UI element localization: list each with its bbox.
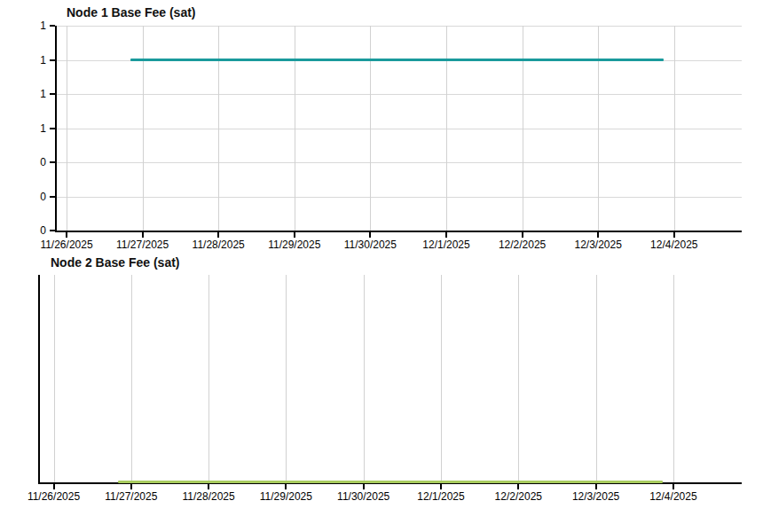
x-tick-mark [445,232,447,238]
y-tick-label: 1 [11,54,46,66]
y-tick-label: 0 [11,191,46,203]
x-gridline [674,26,675,231]
x-tick-mark [673,484,674,489]
x-tick-label: 11/30/2025 [330,239,410,251]
x-tick-label: 12/2/2025 [478,490,558,503]
x-tick-mark [517,484,519,489]
x-gridline [596,275,597,482]
x-gridline [295,26,295,231]
y-gridline [56,94,742,95]
charts-canvas: Node 1 Base Fee (sat) Node 2 Base Fee (s… [0,0,763,532]
y-gridline [56,162,742,163]
x-axis-line [55,231,742,232]
x-tick-label: 11/26/2025 [27,239,106,251]
x-tick-mark [217,232,219,238]
series-line-node2 [118,481,663,483]
x-tick-label: 12/4/2025 [633,490,713,503]
x-tick-label: 12/1/2025 [406,239,486,251]
x-tick-label: 11/27/2025 [91,490,171,503]
x-tick-mark [363,484,365,489]
x-gridline [286,275,287,482]
x-gridline [446,26,447,231]
x-tick-label: 12/2/2025 [483,239,562,251]
x-tick-mark [130,484,132,489]
x-tick-mark [673,232,675,238]
x-tick-mark [285,484,287,489]
x-gridline [208,275,209,482]
x-gridline [131,275,132,482]
y-tick-label: 1 [11,20,46,32]
x-tick-mark [440,484,442,489]
y-axis-line [55,26,57,232]
node1-chart-title: Node 1 Base Fee (sat) [67,5,196,20]
x-tick-label: 11/26/2025 [14,490,94,503]
x-gridline [143,26,144,231]
x-tick-mark [142,232,144,238]
x-tick-label: 12/1/2025 [401,490,481,503]
x-tick-mark [597,232,599,238]
x-tick-mark [369,232,371,238]
x-gridline [598,26,599,231]
y-tick-label: 1 [11,88,46,100]
x-tick-mark [208,484,209,489]
x-tick-mark [294,232,295,238]
x-gridline [523,26,523,231]
x-tick-label: 11/27/2025 [103,239,183,251]
x-gridline [54,275,55,482]
x-gridline [218,26,219,231]
node2-chart-title: Node 2 Base Fee (sat) [51,255,180,270]
x-tick-label: 11/30/2025 [324,490,404,503]
x-tick-mark [66,232,67,238]
x-tick-label: 12/3/2025 [556,490,636,503]
x-gridline [441,275,442,482]
x-tick-mark [53,484,55,489]
y-axis-line [38,275,40,484]
x-tick-label: 11/28/2025 [169,490,248,503]
x-tick-label: 12/4/2025 [634,239,714,251]
x-tick-mark [595,484,597,489]
x-gridline [518,275,519,482]
y-gridline [56,197,742,198]
x-tick-label: 12/3/2025 [558,239,638,251]
y-tick-label: 1 [11,122,46,135]
y-gridline [56,129,742,129]
x-tick-label: 11/29/2025 [246,490,326,503]
series-line-node1 [130,59,664,61]
y-gridline [56,26,742,27]
x-tick-label: 11/28/2025 [178,239,258,251]
x-gridline [364,275,365,482]
x-gridline [673,275,674,482]
y-tick-label: 0 [11,224,46,237]
x-tick-label: 11/29/2025 [255,239,334,251]
x-gridline [370,26,371,231]
x-tick-mark [522,232,523,238]
x-gridline [67,26,67,231]
y-tick-label: 0 [11,156,46,168]
